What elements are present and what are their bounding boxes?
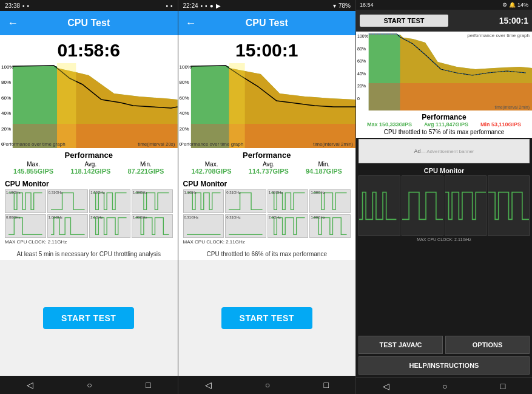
performance-section-1: Performance Max. 145.855GIPS Avg. 118.14… — [0, 148, 178, 177]
stat-max-3: Max 150,333GIPS — [367, 121, 412, 127]
nav-home-3[interactable]: ○ — [442, 381, 447, 391]
play-icon: ▶ — [216, 2, 221, 9]
app-bar-2: ← CPU Test — [178, 11, 356, 35]
panel-3: 16:54 ⚙ 🔔 14% START TEST 15:00:1 perform… — [356, 0, 532, 394]
back-button-2[interactable]: ← — [186, 17, 197, 30]
cpu-cell-2-4: 1.38GHz — [309, 189, 351, 213]
graph-svg-3 — [356, 32, 532, 110]
cpu-cell-1-4: 1.38GHz — [132, 189, 173, 213]
graph-footer-3: time(interval 2min) — [494, 105, 530, 109]
cpu-monitor-title-1: CPU Monitor — [5, 180, 173, 188]
graph-y-labels-2: 100% 80% 60% 40% 20% 0 — [180, 63, 192, 148]
cpu-cell-1-5: 0.86GHz — [5, 214, 46, 238]
back-button-1[interactable]: ← — [7, 17, 18, 30]
panel-1: 23:38 ▪ ▪ ▪ ▪ ← CPU Test 01:58:6 100% 80… — [0, 0, 178, 394]
cpu-monitor-title-3: CPU Monitor — [359, 167, 530, 174]
status-right-1: ▪ ▪ — [166, 2, 172, 9]
btn-row-1: TEST JAVA/C OPTIONS — [359, 336, 530, 354]
status-time-1: 23:38 — [5, 2, 20, 9]
timer-display-3: 15:00:1 — [452, 16, 528, 25]
status-left-1: 23:38 ▪ ▪ — [5, 2, 29, 9]
signal-icon: ▪ — [27, 2, 30, 9]
graph-interval-1: time(interval 20s) — [138, 141, 175, 147]
stat-min-2: Min. 94.187GIPS — [306, 161, 342, 175]
svg-rect-3 — [57, 63, 76, 148]
test-java-button[interactable]: TEST JAVA/C — [359, 336, 443, 354]
start-test-button-3[interactable]: START TEST — [360, 15, 448, 27]
performance-title-3: Performance — [361, 113, 527, 121]
r-cpu-cell-3 — [445, 175, 487, 236]
graph-footer-1: Performance over time graph time(interva… — [0, 141, 178, 147]
nav-recent-2[interactable]: □ — [323, 380, 328, 390]
nav-back-3[interactable]: ◁ — [383, 381, 389, 391]
graph-svg-2 — [178, 63, 356, 148]
cpu-cell-1-7: 2.0GHz — [89, 214, 130, 238]
wifi-icon: ▪ — [22, 2, 25, 9]
cpu-cell-2-8: 1.90GHz — [309, 214, 351, 238]
wifi-icon-2: ▪ — [201, 2, 203, 9]
nav-recent-1[interactable]: □ — [146, 380, 150, 390]
stat-avg-1: Avg. 118.142GIPS — [70, 161, 110, 175]
ad-text: Ad — [414, 148, 420, 154]
performance-graph-3: performance over time graph 100% 80% 60%… — [356, 32, 532, 110]
nav-bar-3: ◁ ○ □ — [356, 377, 532, 394]
status-bar-3: 16:54 ⚙ 🔔 14% — [356, 0, 532, 10]
start-button-2[interactable]: START TEST — [221, 307, 312, 329]
timer-display-1: 01:58:6 — [0, 35, 178, 63]
options-button[interactable]: OPTIONS — [445, 336, 530, 354]
cpu-monitor-grid-3 — [359, 175, 530, 236]
max-cpu-label-3: MAX CPU CLOCK: 2.11GHz — [359, 236, 530, 243]
svg-rect-7 — [229, 63, 244, 148]
top-bar-3: START TEST 15:00:1 — [356, 10, 532, 32]
status-message-2: CPU throttled to 66% of its max performa… — [178, 248, 356, 260]
start-button-1[interactable]: START TEST — [43, 307, 134, 329]
stat-min-1: Min. 87.221GIPS — [127, 161, 164, 175]
cpu-monitor-title-2: CPU Monitor — [183, 180, 351, 188]
graph-svg-1 — [0, 63, 178, 148]
wifi-signal-2: ▾ — [333, 2, 336, 9]
max-cpu-label-1: MAX CPU CLOCK: 2.11GHz — [5, 238, 173, 246]
nav-bar-1: ◁ ○ □ — [0, 376, 178, 394]
ad-area-3: Ad — Advertisement banner — [359, 139, 530, 163]
performance-section-3: Performance Max 150,333GIPS Avg 111,847G… — [356, 110, 532, 138]
performance-stats-1: Max. 145.855GIPS Avg. 118.142GIPS Min. 8… — [5, 161, 173, 175]
r-cpu-cell-4 — [488, 175, 530, 236]
nav-home-1[interactable]: ○ — [87, 380, 92, 390]
cpu-monitor-section-2: CPU Monitor 1.1GHz 0.31GHz 1.38GHz — [178, 177, 356, 248]
nav-back-1[interactable]: ◁ — [27, 380, 33, 390]
nav-home-2[interactable]: ○ — [265, 380, 270, 390]
cpu-cell-2-7: 2.0GHz — [268, 214, 309, 238]
nav-back-2[interactable]: ◁ — [205, 380, 212, 390]
nav-bar-2: ◁ ○ □ — [178, 376, 356, 394]
start-button-container-1: START TEST — [0, 260, 178, 376]
performance-stats-3: Max 150,333GIPS Avg 111,847GIPS Min 53,1… — [361, 121, 527, 127]
cpu-cell-2-5: 0.31GHz — [183, 214, 224, 238]
cpu-cell-1-3: 1.38GHz — [89, 189, 130, 213]
battery-icon: ▪ — [170, 2, 173, 9]
cpu-cell-1-1: 1.19GHz — [5, 189, 46, 213]
nav-recent-3[interactable]: □ — [500, 381, 505, 391]
cpu-monitor-section-1: CPU Monitor 1.19GHz 0.31GHz 1.38GHz — [0, 177, 178, 248]
stat-max-1: Max. 145.855GIPS — [13, 161, 53, 175]
cpu-monitor-grid-2: 1.1GHz 0.31GHz 1.38GHz 1.38GHz — [183, 189, 351, 238]
graph-y-labels-3: 100% 80% 60% 40% 20% 0 — [357, 34, 368, 101]
timer-display-2: 15:00:1 — [178, 35, 356, 63]
performance-graph-2: 100% 80% 60% 40% 20% 0 Performance over … — [178, 63, 356, 148]
status-right-2: ▾ 78% — [333, 2, 351, 9]
cpu-cell-2-6: 0.31GHz — [225, 214, 266, 238]
bottom-buttons-3: TEST JAVA/C OPTIONS HELP/INSTRUCTIONS — [356, 333, 532, 377]
cpu-cell-2-2: 0.31GHz — [225, 189, 266, 213]
performance-graph-1: 100% 80% 60% 40% 20% 0 Performance over … — [0, 63, 178, 148]
status-right-3: ⚙ 🔔 14% — [502, 2, 528, 8]
status-time-2: 22:24 — [183, 2, 198, 9]
graph-footer-2: Performance over time graph time(interva… — [178, 141, 356, 147]
graph-label-right-3: performance over time graph — [467, 33, 530, 38]
cpu-cell-1-8: 1.90GHz — [132, 214, 173, 238]
cpu-cell-1-2: 0.31GHz — [47, 189, 89, 213]
status-left-2: 22:24 ▪ ▪ ● ▶ — [183, 2, 221, 9]
performance-stats-2: Max. 142.708GIPS Avg. 114.737GIPS Min. 9… — [183, 161, 351, 175]
signal-icon-2: ▪ — [205, 2, 207, 9]
help-instructions-button[interactable]: HELP/INSTRUCTIONS — [359, 356, 530, 375]
throttle-message-3: CPU throttled to 57% of its max performa… — [361, 129, 527, 135]
graph-label-1: Performance over time graph — [2, 141, 66, 147]
